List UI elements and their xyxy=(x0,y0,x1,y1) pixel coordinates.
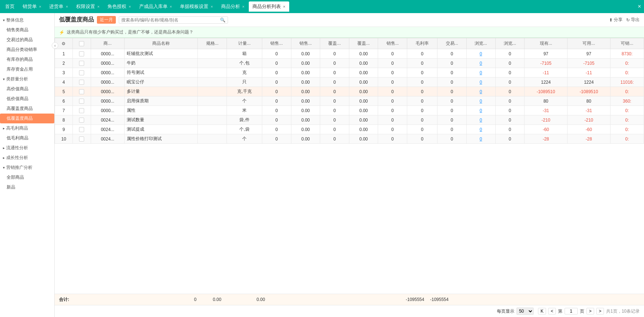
sidebar-group-promo[interactable]: ▾ 营销推广分析 xyxy=(0,163,54,173)
close-icon[interactable]: × xyxy=(283,4,285,9)
row-spec xyxy=(198,106,227,115)
row-check[interactable] xyxy=(72,78,91,87)
row-spec xyxy=(198,78,227,87)
export-button[interactable]: ↻ 导出 xyxy=(626,17,640,23)
sidebar-group-flow[interactable]: ▸ 流通性分析 xyxy=(0,143,54,153)
sidebar-item-sales-products[interactable]: 销售类商品 xyxy=(0,25,54,35)
period-button[interactable]: 近一月 xyxy=(97,16,116,24)
row-num: 7 xyxy=(55,106,73,115)
sidebar-group-class-analysis[interactable]: ▾ 类群量分析 xyxy=(0,74,54,84)
sidebar-item-high-coverage[interactable]: 高覆盖度商品 xyxy=(0,104,54,114)
row-cov1: 0 xyxy=(320,134,349,144)
sidebar-collapse-button[interactable]: « xyxy=(52,42,58,49)
sidebar-item-turnover-rate[interactable]: 商品分类动销率 xyxy=(0,45,54,55)
row-code: 0000... xyxy=(91,68,124,78)
row-sellable: 360: xyxy=(610,96,644,106)
row-check[interactable] xyxy=(72,134,91,144)
row-cov2: 0.00 xyxy=(349,96,378,106)
row-num: 10 xyxy=(55,134,73,144)
window-close-button[interactable]: × xyxy=(638,3,641,10)
nav-tab-sales[interactable]: 销货单 × xyxy=(19,1,45,12)
last-page-button[interactable]: > xyxy=(596,308,604,314)
settings-icon: ⚙ xyxy=(62,41,66,46)
nav-tab-home[interactable]: 首页 xyxy=(1,1,18,12)
page-size-select[interactable]: 50 20 100 xyxy=(517,308,534,315)
sidebar-item-inventory[interactable]: 有库存的商品 xyxy=(0,55,54,64)
row-num: 5 xyxy=(55,87,73,96)
row-browse1[interactable]: 0 xyxy=(466,106,495,115)
row-browse1[interactable]: 0 xyxy=(466,96,495,106)
page-size-label: 每页显示 xyxy=(497,308,514,314)
sidebar-item-low-profit[interactable]: 低毛利商品 xyxy=(0,133,54,143)
search-box: 🔍 xyxy=(119,16,228,24)
nav-tab-analysis-list[interactable]: 商品分析列表 × xyxy=(249,1,289,12)
sidebar-group-overall[interactable]: ▾ 整体信息 xyxy=(0,15,54,25)
row-check[interactable] xyxy=(72,68,91,78)
row-browse1[interactable]: 0 xyxy=(466,87,495,96)
sidebar-group-growth[interactable]: ▸ 成长性分析 xyxy=(0,153,54,163)
sidebar-item-high-value[interactable]: 高价值商品 xyxy=(0,84,54,94)
nav-tab-analysis[interactable]: 商品分析 × xyxy=(217,1,248,12)
sidebar-item-new-products[interactable]: 新品 xyxy=(0,182,54,192)
close-icon[interactable]: × xyxy=(66,4,68,9)
sidebar-group-profit[interactable]: ▸ 高毛利商品 xyxy=(0,123,54,133)
search-input[interactable] xyxy=(121,17,219,23)
row-browse1[interactable]: 0 xyxy=(466,49,495,59)
sidebar-item-low-coverage[interactable]: 低覆盖度商品 xyxy=(0,114,54,123)
row-sellable: 0: xyxy=(610,115,644,125)
row-check[interactable] xyxy=(72,87,91,96)
col-sellable: 可销... xyxy=(610,38,644,49)
row-browse1[interactable]: 0 xyxy=(466,78,495,87)
row-check[interactable] xyxy=(72,125,91,134)
row-sellable: 0: xyxy=(610,134,644,144)
sidebar-item-all-products[interactable]: 全部商品 xyxy=(0,173,54,182)
close-icon[interactable]: × xyxy=(39,4,41,9)
row-browse1[interactable]: 0 xyxy=(466,125,495,134)
row-name: 旺辅批次测试 xyxy=(124,49,198,59)
sidebar-item-capital[interactable]: 库存资金占用 xyxy=(0,64,54,74)
row-available: -60 xyxy=(568,125,610,134)
row-check[interactable] xyxy=(72,106,91,115)
row-cov1: 0 xyxy=(320,78,349,87)
info-icon: ⚡ xyxy=(59,30,64,35)
row-browse1[interactable]: 0 xyxy=(466,68,495,78)
row-browse1[interactable]: 0 xyxy=(466,134,495,144)
page-number-input[interactable] xyxy=(565,308,578,314)
row-check[interactable] xyxy=(72,49,91,59)
nav-tab-roles[interactable]: 角色授权 × xyxy=(104,1,134,12)
sidebar: ▾ 整体信息 销售类商品 交易过的商品 商品分类动销率 有库存的商品 库存资金占… xyxy=(0,13,55,317)
row-spec xyxy=(198,59,227,68)
row-code: 0000... xyxy=(91,49,124,59)
next-page-button[interactable]: > xyxy=(586,308,594,314)
table-row: 4 0000... 眠宝公仔 只 0 0.00 0 0.00 0 0 0 0 0… xyxy=(55,78,644,87)
close-icon[interactable]: × xyxy=(129,4,131,9)
nav-tab-products[interactable]: 产成品入库单 × xyxy=(136,1,176,12)
close-icon[interactable]: × xyxy=(97,4,99,9)
first-page-button[interactable]: K xyxy=(538,308,546,314)
row-num: 2 xyxy=(55,59,73,68)
nav-tab-templates[interactable]: 单据模板设置 × xyxy=(176,1,216,12)
row-browse1[interactable]: 0 xyxy=(466,115,495,125)
sidebar-item-low-value[interactable]: 低价值商品 xyxy=(0,94,54,104)
col-unit: 计量... xyxy=(227,38,262,49)
row-sellable: 0: xyxy=(610,59,644,68)
prev-page-button[interactable]: < xyxy=(548,308,556,314)
close-icon[interactable]: × xyxy=(242,4,244,9)
share-button[interactable]: ⬆ 分享 xyxy=(609,17,623,23)
row-cov2: 0.00 xyxy=(349,49,378,59)
close-icon[interactable]: × xyxy=(211,4,213,9)
nav-tab-permissions[interactable]: 权限设置 × xyxy=(72,1,103,12)
row-check[interactable] xyxy=(72,115,91,125)
row-sales-amount: 0.00 xyxy=(291,59,320,68)
sidebar-item-traded-products[interactable]: 交易过的商品 xyxy=(0,35,54,45)
page-word2: 页 xyxy=(580,308,584,314)
nav-tab-purchase[interactable]: 进货单 × xyxy=(46,1,71,12)
row-gross-margin: 0 xyxy=(407,106,437,115)
row-browse1[interactable]: 0 xyxy=(466,59,495,68)
row-check[interactable] xyxy=(72,96,91,106)
row-sales-count: 0 xyxy=(262,78,291,87)
row-check[interactable] xyxy=(72,59,91,68)
close-icon[interactable]: × xyxy=(170,4,172,9)
row-sales-extra: 0 xyxy=(378,125,407,134)
table-row: 5 0000... 多计量 克,千克 0 0.00 0 0.00 0 0 0 0… xyxy=(55,87,644,96)
